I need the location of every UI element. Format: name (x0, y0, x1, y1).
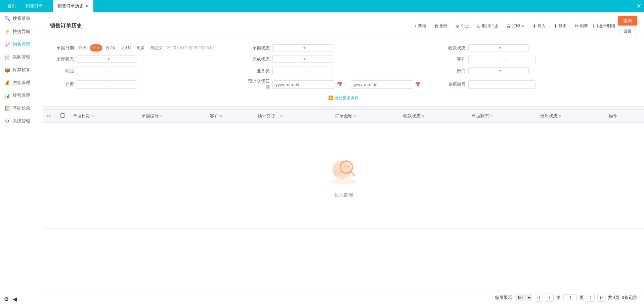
column-checkbox[interactable] (56, 110, 69, 123)
tab-sales-order-close[interactable]: ✕ (45, 4, 48, 8)
col-amount[interactable]: 订单金额 ⇅ (331, 110, 399, 123)
warehouse-more[interactable]: ··· (108, 82, 134, 87)
bill-status-select[interactable]: ▼ (272, 44, 333, 51)
sidebar: 🔍 搜索菜单 ⚡ 快捷导航 📈 销售管理 🛒 采购管理 📦 库存核算 💰 资金管… (0, 12, 43, 305)
select-all-checkbox[interactable] (60, 113, 65, 118)
window-close-button[interactable]: ✕ (636, 2, 641, 10)
sidebar-bottom: ⚙ ◀ (0, 293, 43, 305)
page-size-select[interactable]: 50 20 100 (515, 294, 532, 301)
department-select[interactable]: ▼ (468, 67, 529, 74)
sidebar-item-business[interactable]: 📊 经营管理 (0, 89, 43, 102)
salesperson-select[interactable]: ··· (272, 67, 333, 75)
export-button[interactable]: ⬆ 导出 (551, 22, 569, 30)
search-icon: 🔍 (4, 15, 10, 22)
expected-date-label: 预计交货日期 (246, 78, 272, 90)
sidebar-item-sales[interactable]: 📈 销售管理 (0, 38, 43, 51)
salesperson-more[interactable]: ··· (303, 68, 330, 73)
stop-button[interactable]: ⊘ 中止 (453, 22, 472, 30)
expected-date-field: 📅 — 📅 (272, 80, 441, 89)
customer-more[interactable]: ··· (503, 56, 532, 62)
column-settings[interactable]: ⚙ (43, 110, 56, 123)
delete-icon: 🗑 (434, 24, 438, 29)
bill-number-label: 单据编号 (441, 81, 468, 87)
col-bill-status[interactable]: 单据状态 ⇅ (468, 110, 536, 123)
date-range-text: 2023-06-02 至 2023-06-02 (167, 45, 214, 51)
display-toggle[interactable]: 显示明细 (593, 23, 615, 29)
customer-select[interactable]: ··· (468, 55, 535, 63)
col-date[interactable]: 单据日期 ⇅ (69, 110, 137, 123)
col-payment[interactable]: 收款状态 ⇅ (399, 110, 468, 123)
salesperson-label: 业务员 (246, 68, 272, 74)
top-bar: 首页 销售订单 ✕ 销售订单历史 ✕ ✕ (0, 0, 644, 12)
import-button[interactable]: ⬇ 导入 (530, 22, 548, 30)
collapse-bar[interactable]: 🔼 收起更多条件 (50, 94, 637, 102)
cancel-stop-icon: ⊙ (477, 24, 481, 29)
sidebar-item-inventory[interactable]: 📦 库存核算 (0, 64, 43, 76)
date-label: 单据日期 (50, 45, 77, 51)
sidebar-item-finance[interactable]: 💰 资金管理 (0, 76, 43, 89)
product-label: 商品 (50, 68, 77, 74)
svg-rect-7 (334, 171, 344, 173)
outbound-arrow: ▼ (107, 57, 134, 61)
date-btn-yesterday[interactable]: 昨天 (77, 44, 89, 51)
sidebar-item-system[interactable]: ⚙ 系统管理 (0, 115, 43, 127)
purchase-icon: 🛒 (4, 54, 10, 60)
payment-status-label: 收款状态 (441, 45, 468, 51)
first-page-button[interactable]: ⟨⟨ (535, 294, 543, 302)
outbound-status-select[interactable]: ▼ (77, 55, 137, 63)
date-range-buttons: 昨天 今天 近7天 近1月 更多 自定义 (77, 44, 164, 51)
prev-page-button[interactable]: ⟨ (546, 294, 554, 302)
query-button[interactable]: 查询 (618, 16, 637, 26)
payment-status-arrow: ▼ (499, 46, 526, 50)
date-btn-more[interactable]: 更多 (135, 44, 147, 51)
delete-button[interactable]: 🗑 删除 (431, 22, 450, 30)
last-page-button[interactable]: ⟩⟩ (597, 294, 605, 302)
col-outbound[interactable]: 出库状态 ⇅ (536, 110, 605, 123)
sidebar-item-purchase[interactable]: 🛒 采购管理 (0, 51, 43, 64)
refresh-button[interactable]: ↻ 刷新 (572, 22, 591, 30)
col-expected[interactable]: 预计交货... ⇅ (254, 110, 331, 123)
print-button[interactable]: 🖨 打印 ▼ (504, 22, 527, 30)
warehouse-select[interactable]: ··· (77, 80, 137, 89)
col-number[interactable]: 单据编号 ⇅ (137, 110, 206, 123)
bill-number-input[interactable] (468, 80, 535, 89)
sidebar-search[interactable]: 🔍 搜索菜单 (0, 12, 43, 25)
sidebar-settings-icon[interactable]: ⚙ (4, 296, 9, 302)
table-header-row: ⚙ 单据日期 ⇅ 单据编号 (43, 110, 644, 123)
department-arrow: ▼ (499, 69, 526, 73)
payment-status-select[interactable]: ▼ (468, 44, 529, 51)
stop-icon: ⊘ (456, 24, 460, 29)
next-page-button[interactable]: ⟩ (587, 294, 595, 302)
tab-sales-order[interactable]: 销售订单 ✕ (21, 0, 53, 12)
display-toggle-checkbox[interactable] (593, 24, 598, 28)
date-btn-custom[interactable]: 自定义 (148, 44, 164, 51)
complete-status-select[interactable]: ▼ (272, 55, 333, 63)
date-btn-7days[interactable]: 近7天 (103, 44, 118, 51)
page-number-input[interactable] (563, 294, 577, 301)
svg-point-6 (344, 164, 345, 166)
bill-status-label: 单据状态 (246, 45, 272, 51)
add-button[interactable]: + 新增 (411, 22, 429, 30)
setting-button[interactable]: 设置 (619, 27, 636, 36)
sidebar-item-basic-info[interactable]: 📋 基础信息 (0, 102, 43, 115)
date-btn-1month[interactable]: 近1月 (119, 44, 134, 51)
svg-rect-8 (334, 174, 341, 175)
filter-row-4: 仓库 ··· 预计交货日期 📅 — 📅 单据编号 (50, 78, 637, 90)
col-customer[interactable]: 客户 ⇅ (206, 110, 254, 123)
date-btn-today[interactable]: 今天 (90, 44, 102, 51)
tab-sales-history[interactable]: 销售订单历史 ✕ (53, 0, 93, 12)
finance-icon: 💰 (4, 80, 10, 86)
business-icon: 📊 (4, 92, 10, 99)
cancel-stop-button[interactable]: ⊙ 取消中止 (474, 22, 501, 30)
tab-home[interactable]: 首页 (3, 0, 21, 12)
product-select[interactable]: ··· (77, 67, 137, 75)
sidebar-item-quick-nav[interactable]: ⚡ 快捷导航 (0, 25, 43, 38)
sort-date-icon: ⇅ (91, 114, 94, 118)
product-more[interactable]: ··· (108, 68, 134, 73)
svg-point-5 (347, 165, 349, 167)
expected-date-end[interactable] (351, 80, 413, 89)
tab-sales-history-close[interactable]: ✕ (86, 4, 89, 8)
outbound-status-field: ▼ (77, 55, 246, 63)
expected-date-start[interactable] (272, 80, 335, 89)
sidebar-collapse-icon[interactable]: ◀ (13, 296, 17, 302)
